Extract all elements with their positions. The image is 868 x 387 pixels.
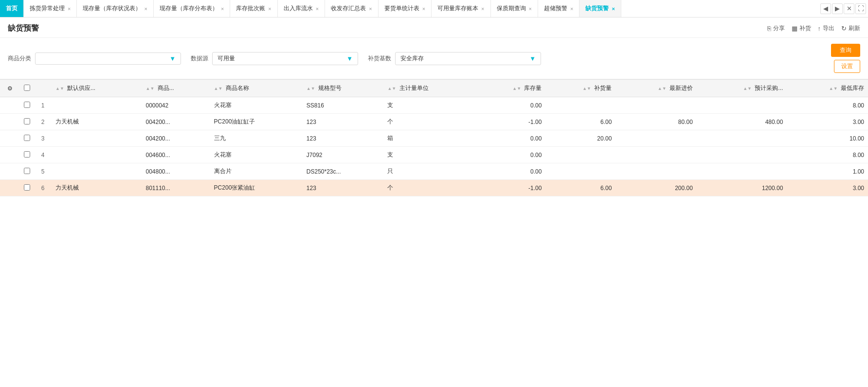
row-checkbox-3[interactable]	[19, 147, 34, 163]
header-actions: ⎘ 分享 ▦ 补货 ↑ 导出 ↻ 刷新	[767, 24, 861, 33]
tab-4[interactable]: 库存批次账 ×	[230, 0, 277, 17]
filter-category-group: 商品分类 ▼	[8, 53, 181, 65]
tab-7-close[interactable]: ×	[422, 6, 425, 12]
tab-2-close[interactable]: ×	[144, 6, 147, 12]
tab-5[interactable]: 出入库流水 ×	[278, 0, 325, 17]
query-button[interactable]: 查询	[831, 44, 860, 57]
table-row: 2 力天机械 004200... PC200油缸缸子 123 个 -1.00 6…	[0, 114, 868, 130]
export-label: 导出	[823, 24, 834, 33]
tab-8-close[interactable]: ×	[481, 6, 484, 12]
tab-3-close[interactable]: ×	[221, 6, 224, 12]
tab-home[interactable]: 首页	[0, 0, 24, 17]
replenish-qty-sort-icon: ▲▼	[582, 86, 591, 91]
row-unit-3: 支	[383, 147, 475, 163]
table-header-row: ⚙ ▲▼ 默认供应... ▲▼ 商品... ▲▼ 商品	[0, 80, 868, 97]
stock-sort-icon: ▲▼	[512, 86, 521, 91]
replenish-button[interactable]: ▦ 补货	[792, 24, 811, 33]
export-icon: ↑	[818, 25, 821, 32]
row-stock-1: -1.00	[476, 114, 546, 130]
tab-home-label: 首页	[6, 4, 18, 13]
row-spec-0: SS816	[303, 97, 384, 114]
row-select-checkbox-5[interactable]	[24, 184, 30, 191]
row-select-checkbox-0[interactable]	[24, 102, 30, 108]
datasource-label: 数据源	[191, 54, 208, 63]
select-all-checkbox[interactable]	[24, 85, 30, 91]
tab-6[interactable]: 收发存汇总表 ×	[325, 0, 378, 17]
column-supplier[interactable]: ▲▼ 默认供应...	[52, 80, 142, 97]
row-supplier-5: 力天机械	[52, 180, 142, 196]
tab-3[interactable]: 现存量（库存分布表） ×	[154, 0, 230, 17]
column-estimated-purchase[interactable]: ▲▼ 预计采购...	[697, 80, 787, 97]
row-checkbox-1[interactable]	[19, 114, 34, 130]
row-supplier-1: 力天机械	[52, 114, 142, 130]
tab-9[interactable]: 保质期查询 ×	[491, 0, 538, 17]
refresh-label: 刷新	[849, 24, 860, 33]
column-gear[interactable]: ⚙	[0, 80, 19, 97]
page-content: 缺货预警 ⎘ 分享 ▦ 补货 ↑ 导出 ↻ 刷新 商品分类	[0, 18, 868, 387]
row-replenish-qty-2: 20.00	[545, 130, 615, 147]
column-checkbox	[19, 80, 34, 97]
tab-5-close[interactable]: ×	[316, 6, 319, 12]
row-stock-4: 0.00	[476, 163, 546, 180]
tab-close-all-button[interactable]: ✕	[844, 3, 854, 14]
tab-fullscreen-button[interactable]: ⛶	[855, 3, 866, 14]
datasource-select[interactable]: 可用量 ▼	[212, 52, 358, 65]
row-checkbox-0[interactable]	[19, 97, 34, 114]
tab-8[interactable]: 可用量库存账本 ×	[432, 0, 490, 17]
row-select-checkbox-4[interactable]	[24, 168, 30, 174]
tab-6-close[interactable]: ×	[369, 6, 372, 12]
tab-10-close[interactable]: ×	[570, 6, 573, 12]
setting-button[interactable]: 设置	[834, 60, 860, 73]
replenish-base-select[interactable]: 安全库存 ▼	[395, 52, 541, 65]
category-select[interactable]: ▼	[35, 53, 181, 65]
refresh-button[interactable]: ↻ 刷新	[841, 24, 860, 33]
export-button[interactable]: ↑ 导出	[818, 24, 835, 33]
row-checkbox-2[interactable]	[19, 130, 34, 147]
row-product-name-2: 三九	[210, 130, 303, 147]
column-product-name[interactable]: ▲▼ 商品名称	[210, 80, 303, 97]
row-select-checkbox-2[interactable]	[24, 135, 30, 141]
column-min-stock[interactable]: ▲▼ 最低库存	[787, 80, 868, 97]
row-min-stock-5: 3.00	[787, 180, 868, 196]
column-latest-price[interactable]: ▲▼ 最新进价	[615, 80, 697, 97]
column-product-code[interactable]: ▲▼ 商品...	[142, 80, 210, 97]
column-spec[interactable]: ▲▼ 规格型号	[303, 80, 384, 97]
row-index-1: 2	[34, 114, 52, 130]
tab-nav-buttons: ◀ ▶ ✕ ⛶	[818, 3, 868, 14]
page-title: 缺货预警	[8, 23, 39, 34]
tab-11[interactable]: 缺货预警 ×	[579, 0, 621, 17]
tab-next-button[interactable]: ▶	[832, 3, 843, 14]
row-estimated-purchase-5: 1200.00	[697, 180, 787, 196]
tab-4-close[interactable]: ×	[268, 6, 271, 12]
tab-11-label: 缺货预警	[585, 4, 609, 13]
column-unit[interactable]: ▲▼ 主计量单位	[383, 80, 475, 97]
row-product-code-0: 0000042	[142, 97, 210, 114]
column-stock[interactable]: ▲▼ 库存量	[476, 80, 546, 97]
tab-prev-button[interactable]: ◀	[820, 3, 831, 14]
data-table: ⚙ ▲▼ 默认供应... ▲▼ 商品... ▲▼ 商品	[0, 79, 868, 196]
category-label: 商品分类	[8, 54, 31, 63]
tab-1-close[interactable]: ×	[68, 6, 71, 12]
row-supplier-0	[52, 97, 142, 114]
filter-row: 商品分类 ▼ 数据源 可用量 ▼ 补货基数 安全库存 ▼ 查询 设置	[0, 38, 868, 79]
tab-7[interactable]: 要货单统计表 ×	[379, 0, 432, 17]
tab-9-close[interactable]: ×	[529, 6, 532, 12]
tab-10[interactable]: 超储预警 ×	[538, 0, 579, 17]
row-product-name-1: PC200油缸缸子	[210, 114, 303, 130]
tab-7-label: 要货单统计表	[384, 4, 419, 13]
row-gear-3	[0, 147, 19, 163]
row-supplier-2	[52, 130, 142, 147]
table-row: 3 004200... 三九 123 箱 0.00 20.00 10.00	[0, 130, 868, 147]
row-select-checkbox-3[interactable]	[24, 151, 30, 158]
row-checkbox-4[interactable]	[19, 163, 34, 180]
row-stock-5: -1.00	[476, 180, 546, 196]
column-replenish-qty[interactable]: ▲▼ 补货量	[545, 80, 615, 97]
row-unit-2: 箱	[383, 130, 475, 147]
share-button[interactable]: ⎘ 分享	[767, 24, 785, 33]
tab-11-close[interactable]: ×	[612, 6, 615, 12]
row-select-checkbox-1[interactable]	[24, 118, 30, 124]
row-checkbox-5[interactable]	[19, 180, 34, 196]
tab-2[interactable]: 现存量（库存状况表） ×	[77, 0, 153, 17]
row-replenish-qty-4	[545, 163, 615, 180]
tab-1[interactable]: 拣货异常处理 ×	[24, 0, 77, 17]
